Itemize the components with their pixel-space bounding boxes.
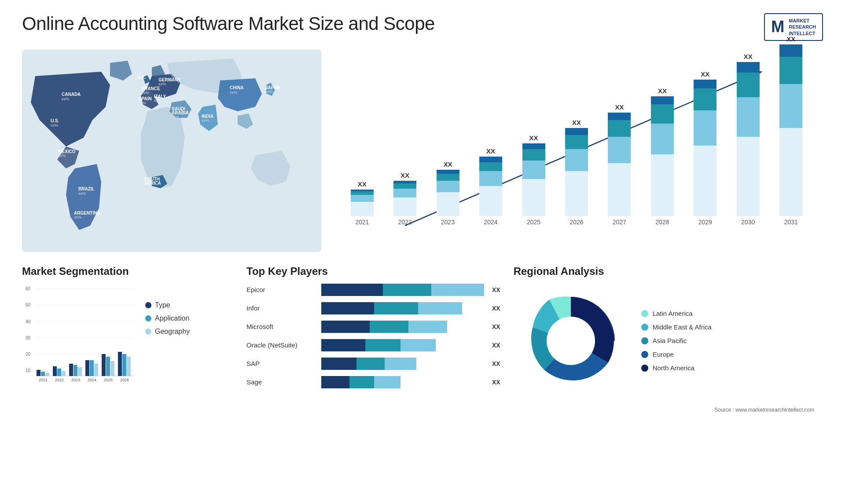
dot-latin-america (641, 310, 648, 317)
svg-text:2026: 2026 (120, 378, 129, 382)
player-bar (321, 302, 484, 314)
bar-2027: XX 2027 (601, 103, 638, 226)
svg-text:2025: 2025 (104, 378, 113, 382)
svg-text:2021: 2021 (39, 378, 48, 382)
top-key-players: Top Key Players Epicor XX Infor XX (246, 265, 500, 413)
svg-text:xx%: xx% (154, 99, 162, 103)
svg-rect-65 (127, 357, 131, 376)
svg-text:xx%: xx% (144, 185, 152, 190)
logo-letter: M (771, 18, 784, 36)
bar-2022: XX 2022 (386, 172, 423, 226)
legend-north-america: North America (641, 364, 712, 372)
bar-2031: XX 2031 (772, 35, 810, 226)
svg-text:xx%: xx% (158, 82, 166, 86)
segmentation-title: Market Segmentation (22, 265, 233, 278)
legend-dot-type (145, 302, 151, 308)
svg-rect-51 (53, 366, 57, 376)
svg-rect-49 (41, 372, 45, 376)
dot-europe (641, 351, 648, 358)
svg-text:2022: 2022 (55, 378, 64, 382)
svg-text:40: 40 (26, 319, 31, 324)
bar-2021: XX 2021 (343, 180, 381, 226)
svg-rect-62 (110, 361, 114, 376)
svg-text:xx%: xx% (202, 118, 209, 123)
svg-rect-56 (78, 367, 82, 376)
svg-text:CANADA: CANADA (62, 92, 81, 97)
svg-rect-53 (62, 371, 66, 376)
player-row-epicor: Epicor XX (246, 284, 500, 296)
player-row-microsoft: Microsoft XX (246, 321, 500, 333)
player-bar (321, 339, 484, 351)
dot-middle-east (641, 324, 648, 331)
svg-rect-63 (118, 352, 122, 376)
bar-2025: XX 2025 (515, 134, 552, 226)
segmentation-legend: Type Application Geography (145, 284, 190, 336)
svg-text:xx%: xx% (51, 123, 58, 128)
regional-analysis: Regional Analysis (514, 265, 823, 413)
svg-text:xx%: xx% (230, 90, 237, 95)
regional-legend: Latin America Middle East & Africa Asia … (641, 310, 712, 372)
player-value: XX (492, 360, 500, 367)
legend-geography: Geography (145, 328, 190, 336)
legend-application: Application (145, 314, 190, 322)
player-row-sage: Sage XX (246, 376, 500, 388)
svg-text:xx%: xx% (139, 101, 146, 105)
svg-text:30: 30 (26, 336, 31, 340)
player-bar (321, 358, 484, 370)
svg-text:xx%: xx% (137, 79, 145, 84)
player-row-infor: Infor XX (246, 302, 500, 314)
dot-asia-pacific (641, 337, 648, 344)
svg-rect-59 (94, 364, 98, 376)
player-name: Epicor (246, 286, 317, 293)
dot-north-america (641, 365, 648, 372)
regional-title: Regional Analysis (514, 265, 823, 278)
svg-text:xx%: xx% (78, 191, 86, 196)
growth-bar-chart: XX 2021 XX (330, 50, 823, 252)
player-name: Microsoft (246, 323, 317, 330)
svg-rect-64 (122, 354, 126, 376)
player-value: XX (492, 342, 500, 349)
legend-asia-pacific: Asia Pacific (641, 337, 712, 344)
player-value: XX (492, 323, 500, 330)
player-row-oracle: Oracle (NetSuite) XX (246, 339, 500, 351)
bar-2026: XX 2026 (558, 119, 595, 226)
market-segmentation: Market Segmentation 60 50 40 30 20 10 (22, 265, 233, 413)
bar-2023: XX 2023 (429, 161, 467, 226)
svg-rect-48 (37, 370, 40, 376)
player-row-sap: SAP XX (246, 358, 500, 370)
source-text: Source : www.marketresearchintellect.com (514, 407, 823, 413)
svg-text:BRAZIL: BRAZIL (78, 186, 95, 191)
svg-rect-58 (90, 360, 94, 376)
page-container: Online Accounting Software Market Size a… (0, 0, 845, 504)
player-name: SAP (246, 360, 317, 367)
segmentation-chart: 60 50 40 30 20 10 (22, 284, 136, 385)
legend-latin-america: Latin America (641, 310, 712, 317)
svg-text:xx%: xx% (58, 153, 66, 158)
svg-text:xx%: xx% (62, 97, 69, 101)
svg-text:CHINA: CHINA (230, 85, 244, 90)
svg-text:2023: 2023 (71, 378, 80, 382)
player-value: XX (492, 379, 500, 386)
svg-rect-54 (69, 364, 73, 376)
svg-text:20: 20 (26, 352, 31, 357)
svg-rect-52 (57, 369, 61, 376)
players-title: Top Key Players (246, 265, 500, 278)
legend-middle-east: Middle East & Africa (641, 323, 712, 331)
player-name: Infor (246, 304, 317, 312)
player-value: XX (492, 286, 500, 293)
svg-text:xx%: xx% (265, 90, 273, 94)
legend-dot-application (145, 315, 151, 321)
bar-2029: XX 2029 (687, 70, 724, 226)
svg-text:50: 50 (26, 303, 31, 307)
top-section: CANADA xx% U.S. xx% MEXICO xx% BRAZIL xx… (22, 50, 823, 252)
player-value: XX (492, 305, 500, 312)
svg-rect-57 (85, 360, 89, 376)
world-map: CANADA xx% U.S. xx% MEXICO xx% BRAZIL xx… (22, 50, 321, 252)
bar-2028: XX 2028 (643, 87, 681, 226)
legend-dot-geography (145, 329, 151, 335)
regional-content: Latin America Middle East & Africa Asia … (514, 284, 823, 398)
svg-rect-61 (106, 357, 110, 376)
bottom-section: Market Segmentation 60 50 40 30 20 10 (22, 265, 823, 413)
player-bar (321, 321, 484, 333)
svg-text:xx%: xx% (172, 115, 179, 119)
